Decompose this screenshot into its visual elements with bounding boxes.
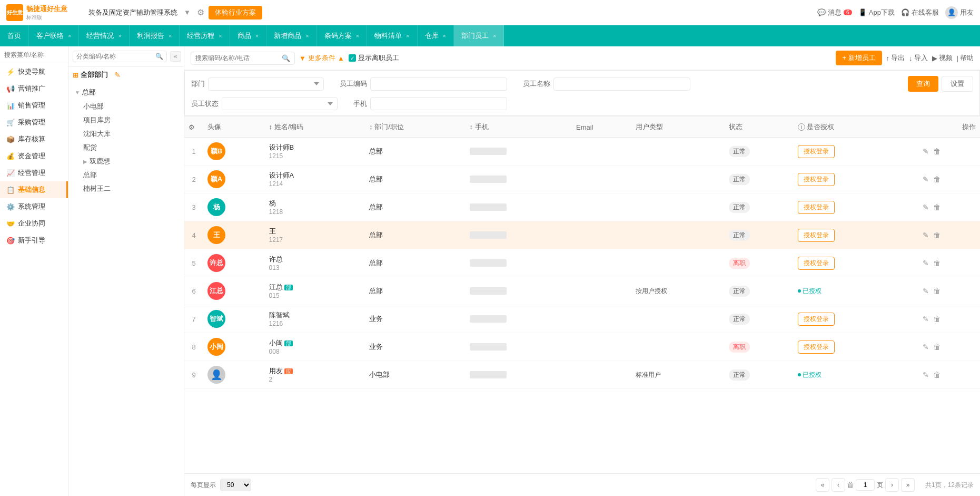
collapse-btn[interactable]: « — [170, 51, 181, 62]
app-download-btn[interactable]: 📱 App下载 — [858, 8, 895, 17]
message-btn[interactable]: 💬 消息 6 — [817, 8, 852, 17]
dept-node-label-headquarter[interactable]: ▼ 总部 — [68, 85, 184, 100]
nav-tab-仓库[interactable]: 仓库× — [418, 25, 454, 46]
view-btn[interactable]: ▶ 视频 — [932, 53, 953, 63]
close-tab-icon[interactable]: × — [219, 33, 222, 39]
all-dept-label[interactable]: ⊞ 全部部门 — [73, 70, 108, 80]
sidebar-item-finance[interactable]: 💰 资金管理 — [0, 148, 68, 164]
auth-login-btn[interactable]: 授权登录 — [798, 257, 835, 270]
export-btn[interactable]: ↑ 导出 — [886, 53, 905, 63]
nav-tab-经营历程[interactable]: 经营历程× — [180, 25, 230, 46]
dept-edit-icon[interactable]: ✎ — [114, 71, 121, 79]
sidebar-item-quick-nav[interactable]: ⚡ 快捷导航 — [0, 63, 68, 80]
th-phone[interactable]: ↕ 手机 — [466, 117, 572, 138]
query-btn[interactable]: 查询 — [908, 76, 938, 92]
sidebar-item-basic-info[interactable]: 📋 基础信息 — [0, 181, 68, 198]
auth-login-btn[interactable]: 授权登录 — [798, 313, 835, 326]
sidebar-item-guide[interactable]: 🎯 新手引导 — [0, 232, 68, 249]
nav-tab-物料清单[interactable]: 物料清单× — [367, 25, 417, 46]
service-btn[interactable]: 🎧 在线客服 — [901, 8, 939, 17]
import-btn[interactable]: ↓ 导入 — [909, 53, 928, 63]
user-btn[interactable]: 👤 用友 — [945, 6, 974, 19]
close-tab-icon[interactable]: × — [169, 33, 172, 39]
auth-login-btn[interactable]: 授权登录 — [798, 173, 835, 186]
edit-btn[interactable]: ✎ — [923, 147, 929, 155]
auth-login-btn[interactable]: 授权登录 — [798, 229, 835, 242]
first-page-btn[interactable]: « — [816, 478, 829, 492]
dept-child-shenyang[interactable]: 沈阳大库 — [68, 127, 184, 141]
close-tab-icon[interactable]: × — [305, 33, 309, 39]
close-tab-icon[interactable]: × — [68, 33, 71, 39]
auth-login-btn[interactable]: 授权登录 — [798, 201, 835, 214]
close-tab-icon[interactable]: × — [493, 33, 496, 39]
add-employee-btn[interactable]: + 新增员工 — [836, 51, 882, 65]
delete-btn[interactable]: 🗑 — [933, 147, 941, 155]
sidebar-search-input[interactable] — [4, 51, 68, 59]
nav-tab-条码方案[interactable]: 条码方案× — [317, 25, 367, 46]
nav-tab-利润报告[interactable]: 利润报告× — [130, 25, 180, 46]
page-size-select[interactable]: 50 10 20 100 — [220, 479, 251, 491]
dept-child-distribution[interactable]: 配货 — [68, 141, 184, 154]
edit-btn[interactable]: ✎ — [923, 343, 929, 351]
sidebar-item-sales[interactable]: 📊 销售管理 — [0, 97, 68, 114]
sidebar-item-marketing[interactable]: 📢 营销推广 — [0, 80, 68, 97]
dept-search-input[interactable] — [76, 53, 155, 60]
auth-login-btn[interactable]: 授权登录 — [798, 145, 835, 158]
th-name-code[interactable]: ↕ 姓名/编码 — [265, 117, 365, 138]
edit-btn[interactable]: ✎ — [923, 259, 929, 267]
close-tab-icon[interactable]: × — [118, 33, 121, 39]
dept-child-project[interactable]: 项目库房 — [68, 113, 184, 127]
emp-status-select[interactable] — [222, 97, 338, 110]
dept-child-nanshu[interactable]: 楠树王二 — [68, 182, 184, 196]
sidebar-item-operation[interactable]: 📈 经营管理 — [0, 164, 68, 181]
th-settings[interactable]: ⚙ — [184, 117, 203, 138]
nav-tab-客户联络[interactable]: 客户联络× — [29, 25, 79, 46]
dropdown-arrow-icon[interactable]: ▼ — [184, 8, 191, 16]
help-btn[interactable]: | 帮助 — [957, 53, 974, 63]
search-input[interactable] — [195, 54, 280, 62]
nav-tab-首页[interactable]: 首页 — [0, 25, 29, 46]
edit-btn[interactable]: ✎ — [923, 287, 929, 295]
current-page-input[interactable] — [856, 479, 875, 491]
resigned-checkbox[interactable]: ✓ — [349, 54, 356, 62]
close-tab-icon[interactable]: × — [356, 33, 359, 39]
delete-btn[interactable]: 🗑 — [933, 259, 941, 267]
edit-btn[interactable]: ✎ — [923, 203, 929, 211]
try-btn[interactable]: 体验行业方案 — [209, 6, 262, 20]
edit-btn[interactable]: ✎ — [923, 371, 929, 379]
show-resigned-toggle[interactable]: ✓ 显示离职员工 — [349, 53, 399, 63]
th-dept-position[interactable]: ↕ 部门/职位 — [365, 117, 466, 138]
nav-tab-新增商品[interactable]: 新增商品× — [266, 25, 316, 46]
dept-child-headquarter-sub[interactable]: 总部 — [68, 168, 184, 182]
reset-btn[interactable]: 设置 — [942, 76, 973, 92]
delete-btn[interactable]: 🗑 — [933, 343, 941, 351]
prev-page-btn[interactable]: ‹ — [831, 478, 845, 492]
sidebar-item-purchase[interactable]: 🛒 采购管理 — [0, 114, 68, 131]
last-page-btn[interactable]: » — [901, 478, 915, 492]
more-filter-btn[interactable]: ▼ 更多条件 ▲ — [299, 53, 344, 63]
nav-tab-部门员工[interactable]: 部门员工× — [454, 25, 504, 46]
auth-login-btn[interactable]: 授权登录 — [798, 341, 835, 354]
close-tab-icon[interactable]: × — [255, 33, 259, 39]
close-tab-icon[interactable]: × — [443, 33, 446, 39]
dept-child-shuangluxiang[interactable]: ▶ 双鹿想 — [68, 154, 184, 168]
delete-btn[interactable]: 🗑 — [933, 287, 941, 295]
nav-tab-商品[interactable]: 商品× — [230, 25, 266, 46]
close-tab-icon[interactable]: × — [406, 33, 409, 39]
nav-tab-经营情况[interactable]: 经营情况× — [79, 25, 129, 46]
delete-btn[interactable]: 🗑 — [933, 371, 941, 379]
emp-name-input[interactable] — [553, 77, 690, 91]
edit-btn[interactable]: ✎ — [923, 231, 929, 239]
sidebar-item-inventory[interactable]: 📦 库存核算 — [0, 131, 68, 148]
dept-child-xiaodian[interactable]: 小电部 — [68, 100, 184, 113]
phone-input[interactable] — [370, 97, 507, 110]
delete-btn[interactable]: 🗑 — [933, 203, 941, 211]
emp-code-input[interactable] — [370, 77, 507, 91]
edit-btn[interactable]: ✎ — [923, 315, 929, 323]
sidebar-item-cooperation[interactable]: 🤝 企业协同 — [0, 215, 68, 232]
dept-filter-select[interactable] — [208, 77, 324, 91]
delete-btn[interactable]: 🗑 — [933, 315, 941, 323]
delete-btn[interactable]: 🗑 — [933, 231, 941, 239]
edit-btn[interactable]: ✎ — [923, 175, 929, 183]
next-page-btn[interactable]: › — [885, 478, 899, 492]
